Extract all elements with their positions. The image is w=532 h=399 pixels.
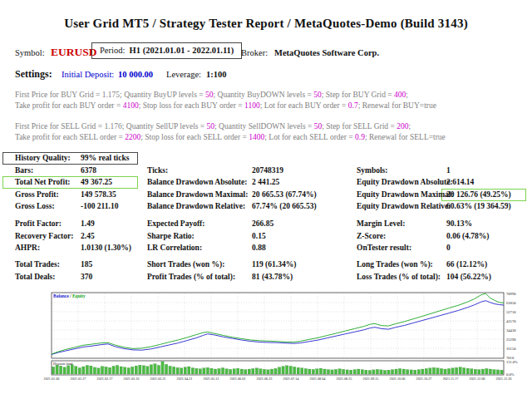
- param-text: ; Quantity BuyDOWN levels =: [214, 91, 314, 99]
- deposit-load-bar: [365, 370, 367, 374]
- deposit-load-bar: [240, 369, 243, 374]
- deposit-load-bar: [101, 367, 103, 374]
- deposit-load-bar: [387, 370, 390, 374]
- stat-value: 119 (61.34%): [252, 260, 296, 268]
- stats-block-results: History Quality:99% real ticksBars:6378T…: [0, 153, 532, 214]
- stats-row: Gross Loss:-100 211.10Balance Drawdown R…: [0, 201, 532, 214]
- deposit-load-bar: [195, 368, 198, 374]
- deposit-load-bar: [289, 366, 292, 374]
- deposit-load-bar: [278, 367, 280, 374]
- deposit-load-bar: [97, 368, 100, 374]
- initial-deposit-value: 10 000.00: [118, 70, 153, 79]
- y-axis-label: 70990: [506, 292, 516, 296]
- deposit-load-bar: [244, 370, 247, 374]
- stat-value: 266.85: [252, 219, 273, 228]
- symbol-label: Symbol:: [15, 48, 45, 57]
- stat-label: Long Trades (won %):: [357, 260, 433, 268]
- deposit-load-bar: [436, 368, 439, 374]
- param-text: ;: [406, 91, 408, 99]
- param-text: ;: [408, 122, 411, 131]
- stats-row: Gross Profit:149 578.35Balance Drawdown …: [0, 190, 532, 202]
- deposit-load-bar: [485, 368, 488, 374]
- deposit-load-bar: [417, 370, 420, 374]
- deposit-load-bar: [112, 366, 115, 374]
- param-text: ; Renewal for SELL=true: [365, 133, 446, 141]
- stat-value: 1.0130 (1.30%): [81, 244, 131, 252]
- deposit-load-bar: [478, 370, 480, 374]
- param-text: ; Step for BUY Grid =: [322, 91, 394, 99]
- param-text: ; Step for SELL Grid =: [322, 122, 397, 131]
- stat-value: 90.13%: [446, 219, 472, 228]
- deposit-load-label: Deposit load: [53, 362, 73, 366]
- deposit-load-bar: [139, 365, 141, 374]
- period-value: H1 (2021.01.01 - 2022.01.11): [130, 46, 234, 55]
- stat-label: Gross Profit:: [15, 190, 59, 199]
- stat-label: Short Trades (won %):: [147, 260, 224, 268]
- stat-label: Z-Score:: [357, 232, 386, 240]
- stat-value: 20748319: [252, 166, 283, 175]
- deposit-load-bar: [116, 366, 118, 375]
- x-axis-date-label: 2021.03.10: [124, 377, 140, 381]
- x-axis-date-label: 2021.06.02: [230, 377, 246, 381]
- deposit-load-bar: [425, 368, 427, 374]
- stats-block-trades: Total Trades:185Short Trades (won %):119…: [0, 259, 532, 283]
- deposit-load-bar: [120, 367, 122, 374]
- param-value: 200: [397, 122, 408, 131]
- x-axis-date-label: 2021.09.15: [363, 377, 379, 381]
- y-axis-label: 25290: [506, 337, 516, 342]
- stat-label: Equity Drawdown Relative:: [357, 202, 451, 210]
- stat-value: 370: [81, 273, 92, 281]
- stat-label: Balance Drawdown Absolute:: [147, 178, 247, 186]
- deposit-load-bar: [346, 370, 348, 374]
- x-axis-date-label: 2021.06.23: [257, 377, 273, 381]
- deposit-load-bar: [131, 367, 134, 374]
- deposit-load-bar: [342, 369, 344, 374]
- deposit-load-bar: [150, 365, 152, 374]
- deposit-load-bar: [376, 369, 378, 374]
- x-axis-date-label: 2021.11.17: [443, 377, 459, 381]
- deposit-load-bar: [188, 367, 190, 374]
- stat-label: Balance Drawdown Relative:: [147, 202, 245, 210]
- stat-value: 49 367.25: [81, 178, 112, 186]
- deposit-load-bar: [353, 370, 356, 374]
- deposit-load-bar: [496, 370, 499, 374]
- settings-label: Settings:: [15, 68, 52, 81]
- param-text: ; Renewal for BUY=true: [358, 101, 436, 110]
- deposit-load-bar: [135, 366, 137, 374]
- chart-legend: Balance / Equity: [53, 293, 86, 298]
- stat-label: Expected Payoff:: [147, 219, 204, 228]
- param-value: 50: [313, 91, 322, 99]
- stat-label: Total Deals:: [15, 273, 55, 281]
- stats-row: Total Deals:370Profit Trades (% of total…: [0, 272, 532, 284]
- deposit-load-bar: [248, 369, 250, 374]
- symbol-value: EURUSD: [51, 46, 97, 59]
- stat-value: 149 578.35: [81, 190, 116, 199]
- x-axis-date-label: 2021.03.31: [150, 377, 166, 381]
- deposit-load-bar: [267, 370, 269, 374]
- deposit-load-bar: [63, 367, 66, 374]
- deposit-load-bar: [203, 368, 205, 374]
- deposit-load-bar: [383, 371, 386, 375]
- stat-value: 1: [446, 166, 451, 175]
- deposit-load-bar: [157, 366, 160, 375]
- stat-label: Profit Trades (% of total):: [147, 273, 235, 281]
- deposit-load-bar: [398, 368, 401, 374]
- deposit-load-bar: [274, 368, 277, 374]
- stats-row: Total Net Profit:49 367.25Balance Drawdo…: [0, 177, 532, 190]
- sell-grid-params-line2: Take profit for each SELL order = 2200; …: [15, 132, 524, 143]
- deposit-load-bar: [56, 365, 58, 374]
- param-text: Take profit for each SELL order =: [15, 133, 125, 141]
- stat-value: 2 441.25: [252, 178, 279, 186]
- stat-value: 185: [81, 260, 92, 268]
- deposit-load-bar: [474, 369, 476, 374]
- deposit-load-bar: [421, 369, 424, 374]
- stat-label: Loss Trades (% of total):: [357, 273, 441, 281]
- deposit-load-bar: [142, 366, 145, 374]
- deposit-load-bar: [414, 370, 416, 374]
- page-title: User Grid MT5 / Strategy Tester Report /…: [0, 17, 532, 31]
- deposit-load-bar: [372, 370, 375, 374]
- deposit-load-bar: [312, 369, 314, 374]
- x-axis-date-label: 2021.08.04: [310, 377, 327, 381]
- stat-label: Equity Drawdown Maximal:: [357, 190, 454, 199]
- deposit-load-bar: [82, 367, 85, 374]
